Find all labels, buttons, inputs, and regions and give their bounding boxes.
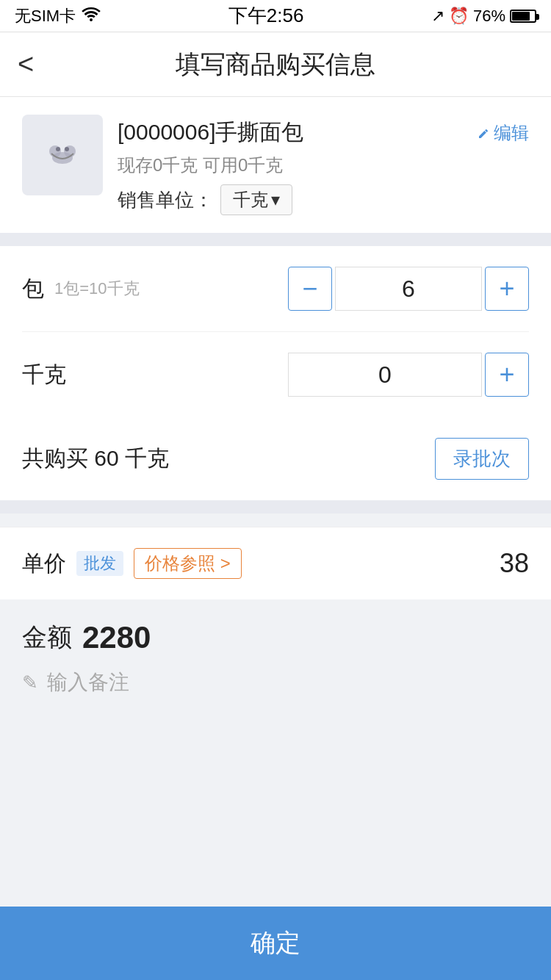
product-stock: 现存0千克 可用0千克	[118, 154, 529, 177]
kg-row: 千克 +	[22, 332, 529, 417]
status-right: ↗ ⏰ 76%	[431, 7, 536, 26]
kg-quantity-input[interactable]	[288, 353, 482, 397]
pack-quantity-input[interactable]	[335, 267, 482, 311]
amount-section: 金额 2280 ✎ 输入备注	[0, 599, 551, 711]
pack-label: 包 1包=10千克	[22, 274, 140, 304]
amount-label: 金额	[22, 621, 72, 655]
note-row[interactable]: ✎ 输入备注	[22, 669, 529, 711]
status-bar: 无SIM卡 下午2:56 ↗ ⏰ 76%	[0, 0, 551, 32]
battery-icon	[510, 10, 536, 23]
price-label: 单价	[22, 549, 66, 579]
page-title: 填写商品购买信息	[176, 48, 375, 82]
confirm-bar[interactable]: 确定	[0, 907, 551, 980]
pack-row: 包 1包=10千克 − +	[22, 246, 529, 332]
unit-select[interactable]: 千克 ▾	[220, 184, 292, 215]
product-thumbnail	[22, 115, 103, 195]
carrier-label: 无SIM卡	[15, 5, 76, 27]
pack-increment-button[interactable]: +	[485, 267, 529, 311]
alarm-icon: ⏰	[449, 7, 469, 26]
status-time: 下午2:56	[228, 3, 304, 29]
back-button[interactable]: <	[18, 48, 34, 80]
status-left: 无SIM卡	[15, 5, 101, 27]
location-icon: ↗	[431, 7, 444, 26]
summary-section: 共购买 60 千克 录批次	[0, 417, 551, 500]
form-section: 包 1包=10千克 − + 千克 +	[0, 246, 551, 417]
pack-decrement-button[interactable]: −	[288, 267, 332, 311]
note-placeholder: 输入备注	[47, 669, 129, 696]
product-unit-row: 销售单位： 千克 ▾	[118, 184, 529, 215]
edit-button[interactable]: 编辑	[478, 121, 529, 145]
pack-quantity-control: − +	[288, 267, 529, 311]
kg-increment-button[interactable]: +	[485, 353, 529, 397]
amount-row: 金额 2280	[22, 620, 529, 655]
section-divider-2	[0, 500, 551, 514]
note-icon: ✎	[22, 671, 38, 694]
kg-quantity-control: +	[288, 353, 529, 397]
product-name: [0000006]手撕面包	[118, 118, 303, 148]
price-section: 单价 批发 价格参照 > 38	[0, 527, 551, 599]
summary-text: 共购买 60 千克	[22, 444, 169, 474]
amount-value: 2280	[82, 620, 151, 655]
batch-button[interactable]: 录批次	[435, 438, 529, 480]
battery-percent: 76%	[473, 7, 505, 26]
price-tag: 批发	[76, 551, 123, 576]
price-value: 38	[500, 548, 529, 579]
nav-bar: < 填写商品购买信息	[0, 32, 551, 97]
wifi-icon	[82, 7, 101, 26]
kg-label: 千克	[22, 360, 66, 390]
product-info: [0000006]手撕面包 编辑 现存0千克 可用0千克 销售单位： 千克 ▾	[118, 115, 529, 215]
price-ref-button[interactable]: 价格参照 >	[134, 548, 242, 579]
svg-point-4	[65, 147, 69, 151]
product-card: [0000006]手撕面包 编辑 现存0千克 可用0千克 销售单位： 千克 ▾	[0, 97, 551, 233]
svg-point-3	[56, 147, 60, 151]
price-row: 单价 批发 价格参照 > 38	[22, 548, 529, 579]
section-divider-1	[0, 233, 551, 246]
pack-hint: 1包=10千克	[54, 278, 140, 300]
unit-label: 销售单位：	[118, 187, 213, 213]
confirm-button[interactable]: 确定	[251, 926, 300, 960]
